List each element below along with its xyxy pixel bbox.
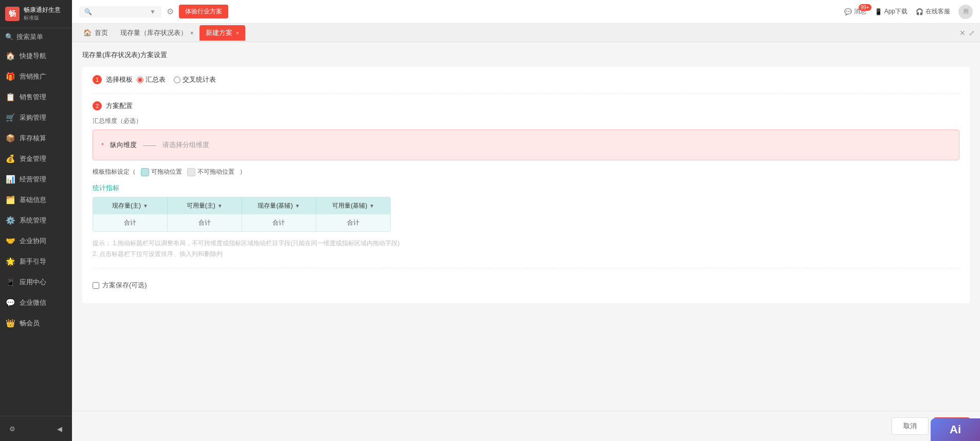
tab-new-plan-close-icon[interactable]: × xyxy=(235,30,239,36)
sidebar-item-shortcuts[interactable]: 🏠 快捷导航 xyxy=(0,46,72,66)
sidebar-item-basic[interactable]: 🗂️ 基础信息 xyxy=(0,190,72,210)
tabbar: 🏠 首页 现存量（库存状况表） × 新建方案 × ✕ ⤢ xyxy=(72,24,980,42)
radio-cross-label[interactable]: 交叉统计表 xyxy=(174,75,216,84)
radio-summary[interactable] xyxy=(137,77,143,83)
stats-col1-label: 现存量(主) xyxy=(112,201,141,210)
sidebar-item-label: 应用中心 xyxy=(20,278,46,287)
sidebar-nav: 🏠 快捷导航 🎁 营销推广 📋 销售管理 🛒 采购管理 📦 库存核算 💰 资金管… xyxy=(0,46,72,416)
col3-chevron-icon[interactable]: ▼ xyxy=(295,203,300,209)
sidebar-item-label: 销售管理 xyxy=(20,93,46,102)
trial-industry-button[interactable]: 体验行业方案 xyxy=(179,5,228,19)
sidebar-item-operations[interactable]: 📊 经营管理 xyxy=(0,169,72,190)
window-expand-icon[interactable]: ⤢ xyxy=(969,29,975,37)
cancel-button[interactable]: 取消 xyxy=(892,417,929,435)
app-name-group: 畅康通好生意 标准版 xyxy=(24,6,61,22)
section-divider-1 xyxy=(93,94,959,94)
section1-title: 选择模板 xyxy=(106,75,133,84)
sidebar-item-cooperation[interactable]: 🤝 企业协同 xyxy=(0,231,72,251)
sidebar-item-app-center[interactable]: 📱 应用中心 xyxy=(0,272,72,292)
stats-col4-label: 可用量(基辅) xyxy=(332,201,367,210)
stats-table: 现存量(主) ▼ 可用量(主) ▼ 现存量(基辅) ▼ xyxy=(93,197,391,232)
app-name: 畅康通好生意 xyxy=(24,6,61,14)
radio-cross[interactable] xyxy=(174,77,180,83)
section2-header: 2 方案配置 xyxy=(93,101,959,111)
tab-new-plan[interactable]: 新建方案 × xyxy=(199,25,245,41)
topbar-gear-icon[interactable]: ⚙ xyxy=(167,7,174,16)
col2-chevron-icon[interactable]: ▼ xyxy=(217,203,223,209)
ai-label: Ai xyxy=(950,423,961,436)
settings-panel: 1 选择模板 汇总表 交叉统计表 xyxy=(82,67,970,303)
topbar-search-input[interactable] xyxy=(95,8,147,15)
sidebar-item-finance[interactable]: 💰 资金管理 xyxy=(0,149,72,169)
stats-col2-body: 合计 xyxy=(168,214,242,231)
sidebar-item-sales[interactable]: 📋 销售管理 xyxy=(0,87,72,107)
headset-icon: 🎧 xyxy=(916,8,923,15)
settings-button[interactable]: ⚙ xyxy=(5,421,20,436)
user-avatar[interactable]: 用 xyxy=(958,5,973,19)
message-icon: 💬 xyxy=(844,8,852,15)
fixed-indicator: 不可拖动位置 xyxy=(187,168,234,176)
tip-1: 提示： 1.拖动标题栏可以调整布局，不可跨维度或指标区域拖动栏目字段(只能在同一… xyxy=(93,239,959,248)
step2-badge: 2 xyxy=(93,101,102,111)
message-badge: 99+ xyxy=(859,4,872,11)
save-option-checkbox[interactable] xyxy=(93,282,99,289)
operations-icon: 📊 xyxy=(5,174,15,185)
search-icon: 🔍 xyxy=(5,33,13,41)
movable-box xyxy=(141,168,149,176)
app-edition: 标准版 xyxy=(24,14,61,22)
dimension-dash: —— xyxy=(143,141,156,149)
section1-header: 1 选择模板 汇总表 交叉统计表 xyxy=(93,75,959,84)
fixed-label: 不可拖动位置 xyxy=(197,168,234,176)
tab-inventory-close-icon[interactable]: × xyxy=(190,30,193,36)
topbar-right: 💬 消息 99+ 📱 App下载 🎧 在线客服 用 xyxy=(844,5,973,19)
topbar: 🔍 ▼ ⚙ 体验行业方案 💬 消息 99+ 📱 App下载 🎧 在线客服 用 xyxy=(72,0,980,24)
window-close-icon[interactable]: ✕ xyxy=(959,29,966,37)
collapse-button[interactable]: ◀ xyxy=(52,421,67,436)
sidebar-item-inventory[interactable]: 📦 库存核算 xyxy=(0,128,72,149)
tab-home[interactable]: 🏠 首页 xyxy=(77,25,114,41)
movable-indicator: 可拖动位置 xyxy=(141,168,182,176)
search-icon: 🔍 xyxy=(84,8,92,15)
sidebar-item-purchase[interactable]: 🛒 采购管理 xyxy=(0,107,72,128)
section2-title: 方案配置 xyxy=(106,101,133,111)
radio-cross-text: 交叉统计表 xyxy=(183,75,216,84)
stats-col4-header[interactable]: 可用量(基辅) ▼ xyxy=(316,197,390,214)
col4-chevron-icon[interactable]: ▼ xyxy=(369,203,374,209)
movable-label: 可拖动位置 xyxy=(151,168,182,176)
section-choose-template: 1 选择模板 汇总表 交叉统计表 xyxy=(93,75,959,84)
app-download-label: App下载 xyxy=(884,7,908,16)
stats-col3-header[interactable]: 现存量(基辅) ▼ xyxy=(242,197,317,214)
stats-col3-body: 合计 xyxy=(242,214,317,231)
sidebar-item-member[interactable]: 👑 畅会员 xyxy=(0,313,72,334)
tab-home-label: 首页 xyxy=(95,28,108,38)
sidebar-search-item[interactable]: 🔍 搜索菜单 xyxy=(0,28,72,46)
app-download-button[interactable]: 📱 App下载 xyxy=(875,7,908,16)
dimension-label: 汇总维度（必选） xyxy=(93,117,959,125)
footer-bar: 取消 查询 xyxy=(72,411,980,441)
topbar-search-box[interactable]: 🔍 ▼ xyxy=(79,6,161,17)
ai-badge[interactable]: Ai xyxy=(931,418,980,441)
col1-chevron-icon[interactable]: ▼ xyxy=(143,203,148,209)
sidebar-item-system[interactable]: ⚙️ 系统管理 xyxy=(0,210,72,231)
dimension-placeholder: 请选择分组维度 xyxy=(162,140,209,150)
main-area: 🔍 ▼ ⚙ 体验行业方案 💬 消息 99+ 📱 App下载 🎧 在线客服 用 xyxy=(72,0,980,441)
online-service-button[interactable]: 🎧 在线客服 xyxy=(916,7,950,16)
tab-inventory-status[interactable]: 现存量（库存状况表） × xyxy=(114,25,199,41)
template-indicator-prefix: 模板指标设定（ xyxy=(93,168,136,176)
sidebar-item-marketing[interactable]: 🎁 营销推广 xyxy=(0,66,72,87)
sidebar-item-wechat[interactable]: 💬 企业微信 xyxy=(0,292,72,313)
sidebar-item-guide[interactable]: 🌟 新手引导 xyxy=(0,251,72,272)
stats-col2-header[interactable]: 可用量(主) ▼ xyxy=(168,197,242,214)
cooperation-icon: 🤝 xyxy=(5,236,15,246)
stats-col1-header[interactable]: 现存量(主) ▼ xyxy=(93,197,168,214)
topbar-dropdown-icon[interactable]: ▼ xyxy=(150,8,156,15)
page-title: 现存量(库存状况表)方案设置 xyxy=(82,50,970,60)
message-button[interactable]: 💬 消息 99+ xyxy=(844,7,866,16)
finance-icon: 💰 xyxy=(5,154,15,164)
save-option-label: 方案保存(可选) xyxy=(102,281,147,290)
dimension-name: 纵向维度 xyxy=(110,140,137,150)
fixed-box xyxy=(187,168,195,176)
stats-header-row: 现存量(主) ▼ 可用量(主) ▼ 现存量(基辅) ▼ xyxy=(93,197,390,214)
template-radio-group: 汇总表 交叉统计表 xyxy=(137,75,216,84)
radio-summary-label[interactable]: 汇总表 xyxy=(137,75,166,84)
